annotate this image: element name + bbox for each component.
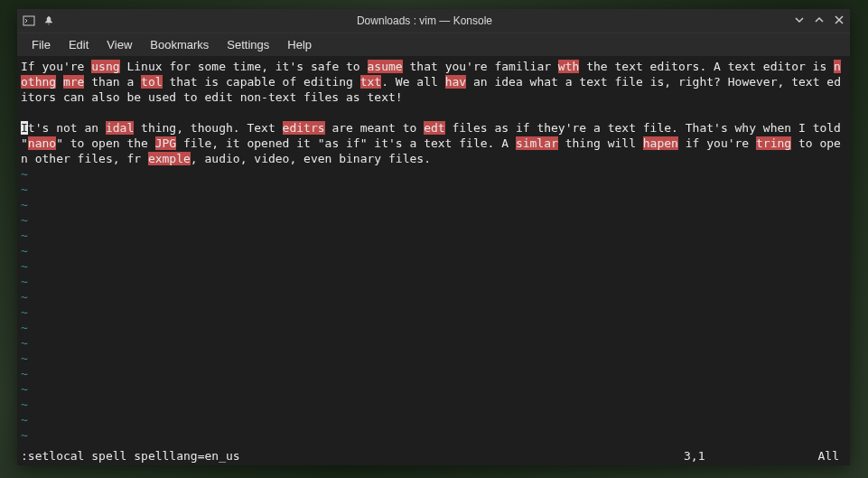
text: , audio, video, even binary files. (191, 152, 431, 165)
empty-line-tilde: ~ (21, 321, 28, 334)
menu-view[interactable]: View (98, 35, 141, 54)
window-title: Downloads : vim — Konsole (55, 14, 794, 27)
empty-line-tilde: ~ (21, 351, 28, 365)
maximize-button[interactable] (814, 14, 825, 28)
empty-line-tilde: ~ (21, 183, 28, 196)
text: t's not an (28, 121, 106, 135)
spell-error: edt (424, 121, 444, 135)
empty-line-tilde: ~ (21, 428, 28, 442)
terminal-icon (23, 14, 35, 27)
spell-error: hav (445, 75, 466, 89)
spell-error: txt (360, 75, 381, 89)
pin-icon[interactable] (42, 14, 55, 27)
menu-bookmarks[interactable]: Bookmarks (141, 35, 218, 54)
empty-line-tilde: ~ (21, 398, 28, 411)
spell-error: idal (106, 121, 134, 135)
text: Linux for some time, it's safe to (120, 60, 368, 73)
spell-error: nano (28, 136, 56, 150)
text: thing, though. Text (134, 121, 282, 135)
text: if you're (678, 136, 756, 150)
terminal-area[interactable]: If you're usng Linux for some time, it's… (17, 56, 850, 465)
spell-error: wth (558, 60, 579, 73)
text (56, 75, 63, 89)
cursor: I (21, 121, 28, 135)
spell-error: asume (368, 60, 403, 73)
menubar: File Edit View Bookmarks Settings Help (17, 33, 850, 56)
empty-line-tilde: ~ (21, 336, 28, 350)
menu-file[interactable]: File (23, 35, 60, 54)
empty-line-tilde: ~ (21, 413, 28, 426)
spell-error: simlar (516, 136, 558, 150)
empty-line-tilde: ~ (21, 305, 28, 319)
empty-line-tilde: ~ (21, 259, 28, 273)
empty-line-tilde: ~ (21, 229, 28, 242)
menu-help[interactable]: Help (278, 35, 321, 54)
menu-edit[interactable]: Edit (60, 35, 98, 54)
empty-line-tilde: ~ (21, 167, 28, 181)
empty-line-tilde: ~ (21, 213, 28, 227)
text: that you're familiar (403, 60, 558, 73)
text: than a (84, 75, 141, 89)
menu-settings[interactable]: Settings (218, 35, 278, 54)
svg-rect-0 (23, 16, 34, 25)
text: . We all (381, 75, 444, 89)
text: are meant to (325, 121, 425, 135)
text: that is capable of editing (163, 75, 360, 89)
status-position: 3,1 (684, 448, 801, 464)
spell-error: mre (63, 75, 84, 89)
konsole-window: Downloads : vim — Konsole File Edit View… (17, 9, 850, 465)
vim-status-line: :setlocal spell spelllang=en_us 3,1 All (21, 448, 846, 464)
minimize-button[interactable] (794, 14, 805, 28)
spell-error: editrs (283, 121, 325, 135)
spell-error: tol (141, 75, 162, 89)
text: the text editors. A text editor is (579, 60, 834, 73)
empty-line-tilde: ~ (21, 367, 28, 380)
titlebar[interactable]: Downloads : vim — Konsole (17, 9, 850, 33)
empty-line-tilde: ~ (21, 290, 28, 304)
spell-error: hapen (643, 136, 678, 150)
text: " to open the (56, 136, 155, 150)
empty-line-tilde: ~ (21, 275, 28, 288)
text: thing will (558, 136, 643, 150)
status-command: :setlocal spell spelllang=en_us (21, 448, 684, 464)
empty-line-tilde: ~ (21, 382, 28, 396)
spell-error: exmple (148, 152, 191, 165)
status-percent: All (801, 448, 846, 464)
spell-error: JPG (155, 136, 176, 150)
close-button[interactable] (834, 14, 845, 28)
spell-error: usng (91, 60, 119, 73)
text: If you're (21, 60, 91, 73)
empty-line-tilde: ~ (21, 244, 28, 258)
text: file, it opened it "as if" it's a text f… (176, 136, 516, 150)
spell-error: tring (756, 136, 791, 150)
empty-line-tilde: ~ (21, 198, 28, 211)
